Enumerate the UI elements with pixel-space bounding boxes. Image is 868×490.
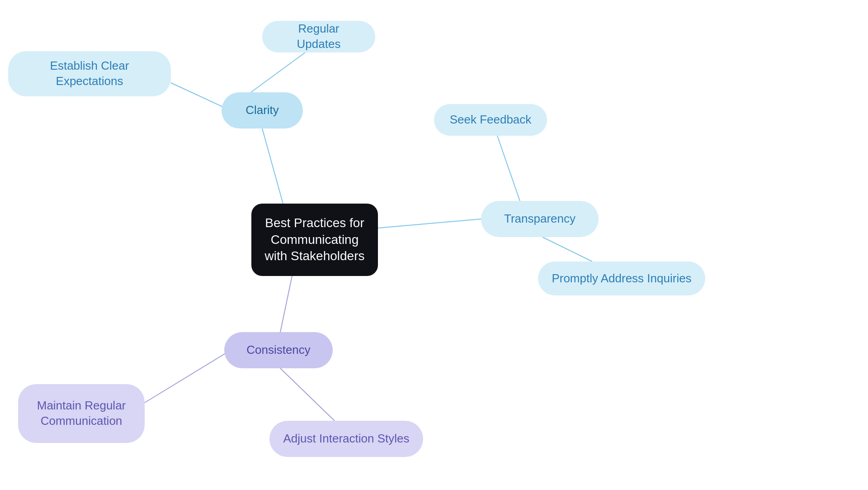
center-node: Best Practices for Communicating with St…: [251, 204, 378, 276]
establish-clear-expectations-node: Establish Clear Expectations: [8, 51, 171, 96]
promptly-address-label: Promptly Address Inquiries: [552, 271, 691, 286]
adjust-interaction-styles-node: Adjust Interaction Styles: [269, 421, 423, 457]
svg-line-8: [280, 368, 335, 421]
svg-line-1: [251, 52, 305, 92]
transparency-node: Transparency: [481, 201, 599, 237]
seek-feedback-label: Seek Feedback: [450, 112, 532, 128]
regular-updates-label: Regular Updates: [275, 21, 363, 52]
clarity-node: Clarity: [222, 92, 303, 128]
svg-line-5: [542, 237, 592, 262]
regular-updates-node: Regular Updates: [262, 21, 375, 52]
maintain-regular-label: Maintain Regular Communication: [31, 398, 132, 429]
svg-line-3: [378, 219, 481, 228]
promptly-address-node: Promptly Address Inquiries: [538, 262, 705, 295]
svg-line-4: [497, 136, 520, 201]
clarity-label: Clarity: [245, 103, 279, 118]
svg-line-6: [280, 276, 292, 332]
consistency-node: Consistency: [224, 332, 333, 368]
center-label: Best Practices for Communicating with St…: [262, 215, 367, 264]
svg-line-7: [145, 350, 231, 403]
transparency-label: Transparency: [504, 211, 576, 227]
establish-clear-label: Establish Clear Expectations: [21, 58, 158, 89]
maintain-regular-communication-node: Maintain Regular Communication: [18, 384, 145, 443]
adjust-interaction-label: Adjust Interaction Styles: [283, 431, 410, 447]
svg-line-0: [262, 128, 283, 204]
seek-feedback-node: Seek Feedback: [434, 104, 547, 136]
consistency-label: Consistency: [246, 343, 311, 358]
